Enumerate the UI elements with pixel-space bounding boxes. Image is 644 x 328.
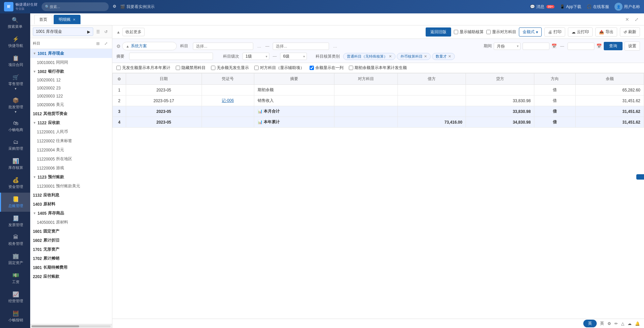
user-area[interactable]: 👤 用户名称 xyxy=(614,3,640,11)
account-item-1602[interactable]: 1602 累计折旧 xyxy=(30,236,112,245)
sidebar-item-ecom[interactable]: 🛍 小畅电商 xyxy=(0,117,30,136)
bottom-action-2[interactable]: ⚙ xyxy=(607,321,611,326)
tag-close-foreign[interactable]: ✕ xyxy=(424,54,427,59)
account-item-11220006[interactable]: 11220006 游戏 xyxy=(30,163,112,173)
list-icon[interactable]: ☰ xyxy=(95,28,101,35)
sidebar-item-inventory[interactable]: 📊 库存核算 xyxy=(0,154,30,174)
col-debit[interactable]: 借方 xyxy=(397,73,466,85)
period-to-input[interactable]: 2023-05 xyxy=(568,43,594,50)
check-opposite[interactable]: 对方科目（显示辅助项） xyxy=(254,65,304,71)
account-item-10010001[interactable]: 10010001 同同同 xyxy=(30,58,112,67)
sidebar-item-basic[interactable]: ℹ 基础信息 xyxy=(0,326,30,328)
level-from-wrap[interactable]: 1级 ▾ xyxy=(243,53,269,60)
col-balance[interactable]: 余额 xyxy=(576,73,644,85)
account-selector[interactable]: 1001 库存现金 ▶ xyxy=(33,27,93,36)
level-from-select[interactable]: 1级 xyxy=(243,53,269,60)
cloud-print-btn[interactable]: ☁ 云打印 xyxy=(568,27,593,37)
col-direction[interactable]: 方向 xyxy=(534,73,576,85)
col-voucher[interactable]: 凭证号 xyxy=(202,73,254,85)
settings-btn[interactable]: 设置 xyxy=(625,42,640,51)
account-item-1801[interactable]: 1801 长期待摊费用 xyxy=(30,263,112,272)
bottom-action-4[interactable]: △ xyxy=(621,321,624,326)
tab-close-icon[interactable]: ✕ xyxy=(73,18,75,21)
account-item-11220001[interactable]: 11220001 人民币 xyxy=(30,127,112,136)
check-period-opening[interactable]: 期初余额显示本年累计发生额 xyxy=(349,65,407,71)
level-to-select[interactable]: 6级 xyxy=(280,53,307,60)
show-auxiliary-check[interactable]: 显示辅助核算 xyxy=(454,29,484,35)
sidebar-item-tax[interactable]: 🏛 税务管理 xyxy=(0,231,30,250)
amount-format-btn[interactable]: 金额式 ▾ xyxy=(519,27,542,37)
sidebar-item-wholesale[interactable]: 📦 批发管理 ▼ xyxy=(0,94,30,117)
col-settings[interactable]: ⚙ xyxy=(113,73,126,85)
sidebar-item-expense[interactable]: 🧮 小畅报销 xyxy=(0,307,30,326)
lang-btn[interactable]: 英 xyxy=(583,320,597,327)
sidebar-item-purchase[interactable]: 🗂 采购管理 xyxy=(0,136,30,154)
account-item-1132[interactable]: 1132 应收利息 xyxy=(30,191,112,200)
sidebar-item-operations[interactable]: 📈 经营管理 xyxy=(0,288,30,307)
col-summary[interactable]: 摘要 xyxy=(254,73,334,85)
opposite-checkbox[interactable] xyxy=(486,30,491,34)
opposite-subject-checkbox[interactable] xyxy=(254,66,259,70)
collapse-btn[interactable]: 收起更多 xyxy=(122,28,145,36)
settings-icon[interactable]: ⚙ xyxy=(113,4,118,9)
voucher-link[interactable]: 记-006 xyxy=(222,98,234,103)
level-to-wrap[interactable]: 6级 ▾ xyxy=(280,53,307,60)
account-item-10020006[interactable]: 10020006 美元 xyxy=(30,100,112,109)
app-download-btn[interactable]: 📱 App下载 xyxy=(560,4,581,10)
tab-detail[interactable]: 明细账 ✕ xyxy=(54,15,80,24)
sidebar-item-invoice[interactable]: 🧾 发票管理 xyxy=(0,212,30,231)
col-date[interactable]: 日期 xyxy=(126,73,202,85)
period-type-wrap[interactable]: 月份 ▾ xyxy=(494,43,521,50)
account-item-11220005[interactable]: 11220005 所在地区 xyxy=(30,154,112,163)
window-maximize-btn[interactable]: ⤢ xyxy=(633,16,640,23)
side-settings-btn[interactable]: 设置 xyxy=(636,174,644,180)
account-item-1012[interactable]: 1012 其他货币资金 xyxy=(30,109,112,118)
check-no-balance[interactable]: 无余额无发生显示 xyxy=(211,65,249,71)
online-service-btn[interactable]: 🎧 在线客服 xyxy=(587,4,609,10)
refresh-icon[interactable]: ↺ xyxy=(103,28,109,35)
check-hide-disabled[interactable]: 隐藏禁用科目 xyxy=(176,65,206,71)
horizontal-scrollbar[interactable] xyxy=(30,324,112,328)
no-amount-checkbox[interactable] xyxy=(116,66,121,70)
row-voucher[interactable]: 记-006 xyxy=(202,95,254,106)
expand-icon[interactable]: ⤢ xyxy=(103,40,109,47)
bottom-action-5[interactable]: ☁ xyxy=(628,321,632,326)
account-item-10020003[interactable]: 10020003 122 xyxy=(30,92,112,100)
global-search[interactable]: 🔍 搜索... xyxy=(42,2,109,11)
account-item-1702[interactable]: 1702 累计摊销 xyxy=(30,254,112,263)
period-from-input[interactable]: 2023-05 xyxy=(523,43,549,50)
bottom-action-6[interactable]: 🔔 xyxy=(635,321,640,326)
sidebar-item-project[interactable]: 📋 项目合同 xyxy=(0,52,30,71)
account-item-2202[interactable]: 2202 应付账款 xyxy=(30,272,112,281)
sidebar-item-ledger[interactable]: 📒 总账管理 xyxy=(0,193,30,212)
account-item-1701[interactable]: 1701 无形资产 xyxy=(30,245,112,254)
calendar-icon-to[interactable]: 📅 xyxy=(596,44,602,49)
col-credit[interactable]: 贷方 xyxy=(466,73,534,85)
print-btn[interactable]: 🖨 打印 xyxy=(544,27,565,37)
check-no-amount[interactable]: 无发生额显示本月本年累计 xyxy=(116,65,170,71)
scheme-name[interactable]: 系统方案 xyxy=(131,43,147,49)
sidebar-item-quicknav[interactable]: ⚡ 快捷导航 xyxy=(0,32,30,52)
subject-input-end[interactable] xyxy=(273,43,329,50)
auxiliary-checkbox[interactable] xyxy=(454,30,458,34)
settings-scheme-icon[interactable]: ⚙ xyxy=(116,44,121,49)
show-opposite-check[interactable]: 显示对方科目 xyxy=(486,29,516,35)
balance-one-col-checkbox[interactable] xyxy=(310,66,314,70)
sidebar-item-funds[interactable]: 💰 资金管理 xyxy=(0,174,30,193)
no-balance-checkbox[interactable] xyxy=(211,66,215,70)
export-btn[interactable]: 📤 导出 xyxy=(595,27,617,37)
subject-input[interactable] xyxy=(193,43,253,50)
account-item-11230001[interactable]: 11230001 预付账款美元 xyxy=(30,182,112,191)
account-item-1123[interactable]: ▼ 1123 预付账款 xyxy=(30,173,112,182)
check-balance-one-col[interactable]: 余额显示在一列 xyxy=(310,65,343,71)
account-item-14050001[interactable]: 14050001 原材料 xyxy=(30,218,112,227)
col-opposite[interactable]: 对方科目 xyxy=(334,73,397,85)
account-item-1001[interactable]: ▼ 1001 库存现金 xyxy=(30,49,112,58)
return-old-btn[interactable]: 返回旧版 xyxy=(426,27,451,37)
period-type-select[interactable]: 月份 xyxy=(494,43,521,50)
window-close-btn[interactable]: ✕ xyxy=(624,16,631,23)
account-item-1122[interactable]: ▼ 1122 应收款 xyxy=(30,118,112,127)
grid-icon[interactable]: ⊞ xyxy=(95,40,101,47)
sidebar-item-salary[interactable]: 💵 工资 xyxy=(0,269,30,288)
account-item-11220002[interactable]: 11220002 往来标签 xyxy=(30,136,112,145)
